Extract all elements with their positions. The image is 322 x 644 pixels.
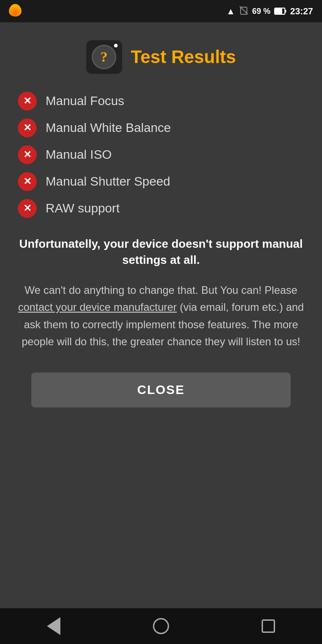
message-section: Unfortunatelly, your device doesn't supp…	[18, 236, 304, 350]
svg-rect-4	[275, 8, 282, 14]
test-label-manual-focus: Manual Focus	[46, 94, 124, 108]
main-message: Unfortunatelly, your device doesn't supp…	[18, 236, 304, 268]
time-text: 23:27	[290, 6, 313, 17]
test-label-manual-shutter: Manual Shutter Speed	[46, 174, 170, 189]
nav-recent-button[interactable]	[257, 615, 280, 637]
camera-dot	[114, 44, 118, 47]
test-label-manual-iso: Manual ISO	[46, 148, 112, 162]
question-mark-icon: ?	[101, 49, 108, 65]
close-button[interactable]: CLOSE	[31, 373, 291, 407]
home-icon	[153, 618, 169, 634]
contact-link[interactable]: contact your device manufacturer	[18, 301, 177, 313]
status-bar: ▲ 69 % 23:27	[0, 0, 322, 22]
test-items-list: Manual Focus Manual White Balance Manual…	[18, 92, 304, 218]
no-sim-icon	[239, 5, 249, 17]
list-item: Manual White Balance	[18, 119, 304, 137]
nav-home-button[interactable]	[150, 615, 172, 637]
flame-icon-container	[9, 4, 21, 18]
battery-text: 69 %	[252, 7, 271, 16]
wifi-icon: ▲	[226, 6, 235, 17]
flame-icon	[9, 4, 21, 17]
fail-icon-manual-white-balance	[18, 119, 37, 137]
fail-icon-manual-focus	[18, 92, 37, 110]
page-title: Test Results	[131, 47, 236, 67]
camera-icon: ?	[86, 40, 122, 74]
main-content: ? Test Results Manual Focus Manual White…	[0, 22, 322, 608]
camera-lens: ?	[92, 45, 116, 69]
list-item: RAW support	[18, 199, 304, 218]
test-label-manual-white-balance: Manual White Balance	[46, 121, 171, 135]
list-item: Manual Focus	[18, 92, 304, 110]
back-icon	[47, 617, 60, 635]
battery-icon	[274, 7, 287, 15]
sub-message-part1: We can't do anything to change that. But…	[25, 284, 297, 296]
fail-icon-raw-support	[18, 199, 37, 218]
svg-rect-3	[285, 10, 286, 13]
test-label-raw-support: RAW support	[46, 201, 119, 216]
nav-back-button[interactable]	[42, 615, 65, 637]
header: ? Test Results	[86, 40, 236, 74]
fail-icon-manual-shutter	[18, 172, 37, 191]
nav-bar	[0, 608, 322, 644]
list-item: Manual ISO	[18, 145, 304, 164]
status-icons: ▲ 69 % 23:27	[226, 5, 313, 17]
list-item: Manual Shutter Speed	[18, 172, 304, 191]
sub-message: We can't do anything to change that. But…	[18, 282, 304, 351]
recent-icon	[262, 619, 275, 633]
fail-icon-manual-iso	[18, 145, 37, 164]
